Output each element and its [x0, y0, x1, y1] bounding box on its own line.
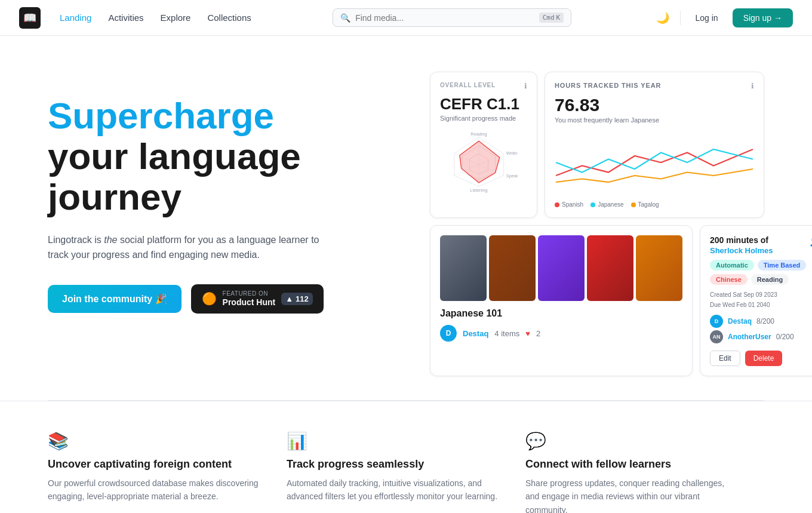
nav-link-landing[interactable]: Landing [60, 10, 91, 25]
feature-content-icon: 📚 [48, 431, 263, 451]
hero-section: Supercharge your language journey Lingot… [0, 36, 812, 400]
collection-title: Japanese 101 [440, 308, 682, 319]
navbar-right: 🌙 Log in Sign up → [653, 8, 793, 28]
search-bar[interactable]: 🔍 Cmd K [333, 8, 571, 27]
cefr-info-icon[interactable]: ℹ [524, 82, 527, 90]
radar-chart: Reading Writing Speaking Listening [440, 129, 527, 197]
activity-user-row-2: AN AnotherUser 0/200 [710, 330, 812, 343]
cefr-value: CEFR C1.1 [440, 95, 527, 113]
features-section: 📚 Uncover captivating foreign content Ou… [0, 401, 812, 513]
hours-info-icon[interactable]: ℹ [751, 82, 754, 90]
activity-user-row-1: D Destaq 8/200 [710, 315, 812, 328]
activity-dates: Created Sat Sep 09 2023 Due Wed Feb 01 2… [710, 290, 812, 310]
nav-link-collections[interactable]: Collections [207, 10, 251, 25]
feature-connect-title: Connect with fellow learners [525, 458, 740, 471]
hero-subtitle: Lingotrack is the social platform for yo… [48, 232, 334, 263]
activity-card: 200 minutes of Sherlock Holmes 👤 Automat… [700, 225, 812, 376]
search-container: 🔍 Cmd K [333, 8, 571, 27]
user-name-destaq[interactable]: Destaq [728, 317, 752, 325]
svg-text:Reading: Reading [470, 131, 487, 137]
user-name-another[interactable]: AnotherUser [728, 333, 771, 341]
tag-reading: Reading [751, 274, 789, 285]
navbar: 📖 Landing Activities Explore Collections… [0, 0, 812, 36]
dashboard-top-row: OVERALL LEVEL ℹ CEFR C1.1 Significant pr… [430, 72, 764, 218]
collection-user-avatar: D [440, 325, 457, 342]
feature-content-desc: Our powerful crowdsourced database makes… [48, 477, 263, 503]
legend-spanish: Spanish [555, 201, 583, 208]
legend-dot-tagalog [631, 202, 636, 207]
user-progress-destaq: 8/200 [756, 317, 774, 325]
hero-title: Supercharge your language journey [48, 96, 394, 218]
feature-connect-desc: Share progress updates, conquer reading … [525, 477, 740, 513]
theme-toggle[interactable]: 🌙 [653, 8, 673, 28]
book-4 [587, 235, 633, 301]
collection-books [440, 235, 682, 301]
book-5 [636, 235, 682, 301]
activity-user-icon: 👤 [809, 235, 812, 247]
delete-button[interactable]: Delete [745, 351, 783, 366]
book-2 [489, 235, 536, 301]
navbar-left: 📖 Landing Activities Explore Collections [19, 7, 251, 29]
chart-legend: Spanish Japanese Tagalog [555, 201, 754, 208]
activity-header-left: 200 minutes of Sherlock Holmes [710, 235, 773, 255]
user-avatar-another: AN [710, 330, 723, 343]
legend-tagalog: Tagalog [631, 201, 659, 208]
search-kbd: Cmd K [539, 13, 564, 23]
search-icon: 🔍 [340, 13, 350, 23]
tag-time-based: Time Based [758, 260, 807, 271]
product-hunt-icon: 🟠 [202, 291, 217, 306]
feature-track-icon: 📊 [287, 431, 502, 451]
hours-card-header: Hours tracked this year ℹ [555, 82, 754, 90]
feature-track-title: Track progress seamlessly [287, 458, 502, 471]
login-button[interactable]: Log in [688, 10, 725, 26]
nav-separator [680, 11, 681, 25]
svg-text:Writing: Writing [506, 150, 518, 156]
hero-actions: Join the community 🎉 🟠 FEATURED ON Produ… [48, 284, 394, 314]
cefr-card-header: OVERALL LEVEL ℹ [440, 82, 527, 90]
collection-username[interactable]: Destaq [463, 329, 488, 338]
ph-text: FEATURED ON Product Hunt [223, 290, 276, 308]
hero-dashboard: OVERALL LEVEL ℹ CEFR C1.1 Significant pr… [430, 72, 764, 376]
book-1 [440, 235, 487, 301]
activity-subject: Sherlock Holmes [710, 246, 773, 255]
feature-connect-icon: 💬 [525, 431, 740, 451]
hours-subtitle: You most frequently learn Japanese [555, 116, 754, 124]
search-input[interactable] [355, 13, 534, 23]
hours-value: 76.83 [555, 95, 754, 115]
collection-meta: D Destaq 4 items ♥ 2 [440, 325, 682, 342]
logo[interactable]: 📖 [19, 7, 41, 29]
hero-title-highlight: Supercharge [48, 95, 274, 136]
join-community-button[interactable]: Join the community 🎉 [48, 285, 182, 313]
ph-arrow: ▲ [285, 294, 293, 303]
tag-automatic: Automatic [710, 260, 754, 271]
edit-button[interactable]: Edit [710, 351, 740, 366]
nav-link-explore[interactable]: Explore [161, 10, 191, 25]
product-hunt-button[interactable]: 🟠 FEATURED ON Product Hunt ▲ 112 [191, 284, 324, 314]
collection-card: Japanese 101 D Destaq 4 items ♥ 2 [430, 225, 693, 376]
cefr-label: OVERALL LEVEL [440, 82, 496, 88]
book-3 [538, 235, 585, 301]
legend-dot-japanese [590, 202, 595, 207]
hero-left: Supercharge your language journey Lingot… [48, 72, 394, 314]
svg-text:Listening: Listening [470, 188, 487, 193]
logo-icon: 📖 [19, 7, 41, 29]
legend-japanese: Japanese [590, 201, 623, 208]
activity-tags: Automatic Time Based Chinese Reading [710, 260, 812, 285]
activity-buttons: Edit Delete [710, 351, 812, 366]
activity-created: Created Sat Sep 09 2023 [710, 290, 812, 300]
dashboard-bottom-row: Japanese 101 D Destaq 4 items ♥ 2 200 mi… [430, 225, 764, 376]
svg-text:Speaking: Speaking [506, 173, 518, 179]
cefr-card: OVERALL LEVEL ℹ CEFR C1.1 Significant pr… [430, 72, 537, 218]
nav-link-activities[interactable]: Activities [108, 10, 143, 25]
user-avatar-destaq: D [710, 315, 723, 328]
hours-label: Hours tracked this year [555, 82, 661, 89]
signup-button[interactable]: Sign up → [733, 8, 793, 27]
feature-content-title: Uncover captivating foreign content [48, 458, 263, 471]
feature-connect: 💬 Connect with fellow learners Share pro… [525, 431, 764, 513]
hours-card: Hours tracked this year ℹ 76.83 You most… [545, 72, 764, 218]
user-progress-another: 0/200 [776, 333, 794, 341]
tag-chinese: Chinese [710, 274, 748, 285]
activity-minutes: 200 minutes of [710, 235, 773, 245]
ph-featured-label: FEATURED ON [223, 290, 276, 297]
heart-icon: ♥ [525, 329, 530, 338]
